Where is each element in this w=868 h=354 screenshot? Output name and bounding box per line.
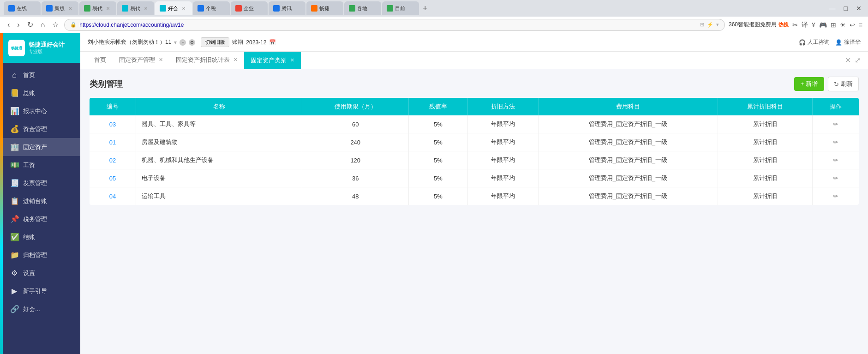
sidebar-item-fund[interactable]: 💰 资金管理 <box>3 120 80 138</box>
header-actions: + 新增 ↻ 刷新 <box>794 77 859 91</box>
tab-close-4[interactable]: ✕ <box>144 6 148 11</box>
tab-depreciation-table[interactable]: 固定资产折旧统计表 ✕ <box>169 52 244 69</box>
tab-home[interactable]: 首页 <box>88 52 113 69</box>
edit-icon-1[interactable]: ✏ <box>833 138 838 146</box>
cell-code-3[interactable]: 05 <box>90 169 136 187</box>
sidebar-item-report[interactable]: 📊 报表中心 <box>3 102 80 120</box>
close-btn[interactable]: ✕ <box>853 4 864 13</box>
grid-icon[interactable]: ⊞ <box>831 21 836 29</box>
back-btn[interactable]: ‹ <box>6 20 12 30</box>
dropdown-user-icon[interactable]: ▾ <box>174 39 177 46</box>
sidebar-item-asset[interactable]: 🏢 固定资产 <box>3 138 80 156</box>
search-area: 360智能抠图免费用 热搜 <box>729 21 789 29</box>
tab-label-new: 新版 <box>54 5 65 12</box>
edit-icon-4[interactable]: ✏ <box>833 192 838 200</box>
cell-method-3: 年限平均 <box>467 169 538 187</box>
browser-tab-7[interactable]: 企业 <box>231 1 268 15</box>
browser-window-controls: — □ ✕ <box>826 4 864 13</box>
tab-asset-mgmt[interactable]: 固定资产管理 ✕ <box>113 52 169 69</box>
menu-icon[interactable]: ≡ <box>859 21 862 29</box>
tab-asset-category[interactable]: 固定资产类别 ✕ <box>244 52 301 69</box>
undo-icon[interactable]: ↩ <box>850 21 855 29</box>
sidebar-item-invoice[interactable]: 🧾 发票管理 <box>3 174 80 192</box>
game-icon[interactable]: 🎮 <box>819 21 827 29</box>
tab-home-label: 首页 <box>94 56 106 64</box>
translate-icon[interactable]: 译 <box>802 21 808 29</box>
tab-close-category[interactable]: ✕ <box>290 57 294 63</box>
user-avatar-area[interactable]: 👤 徐泽华 <box>835 38 861 46</box>
cell-action-4[interactable]: ✏ <box>812 187 859 205</box>
sidebar-item-tax[interactable]: 📌 税务管理 <box>3 210 80 228</box>
sidebar-item-archive[interactable]: 📁 归档管理 <box>3 246 80 264</box>
sidebar-item-home[interactable]: ⌂ 首页 <box>3 66 80 84</box>
edit-icon-2[interactable]: ✏ <box>833 156 838 164</box>
sidebar-item-stockacct[interactable]: 📋 进销台账 <box>3 192 80 210</box>
edit-icon-3[interactable]: ✏ <box>833 174 838 182</box>
table-header-row: 编号 名称 使用期限（月） 残值率 折旧方法 费用科目 累计折旧科目 操作 <box>90 98 859 115</box>
cell-code-1[interactable]: 01 <box>90 133 136 151</box>
add-button[interactable]: + 新增 <box>794 77 824 91</box>
tab-label-5: 好会 <box>168 5 178 12</box>
ledger-icon: 📒 <box>10 89 18 97</box>
browser-tab-new[interactable]: 新版 ✕ <box>42 1 78 15</box>
cell-action-1[interactable]: ✏ <box>812 133 859 151</box>
settings-icon: ⚙ <box>10 269 18 277</box>
calendar-icon[interactable]: 📅 <box>269 39 276 46</box>
cell-code-2[interactable]: 02 <box>90 151 136 169</box>
sidebar-item-ledger[interactable]: 📒 总账 <box>3 84 80 102</box>
cell-action-0[interactable]: ✏ <box>812 115 859 133</box>
tab-label-11: 目前 <box>395 5 405 12</box>
browser-tab-8[interactable]: 腾讯 <box>269 1 305 15</box>
coin-icon[interactable]: ¥ <box>812 21 815 29</box>
col-header-months: 使用期限（月） <box>302 98 409 115</box>
content-area: 类别管理 + 新增 ↻ 刷新 编号 名称 使用期限（月） 残值率 <box>80 69 868 354</box>
scissors-icon[interactable]: ✂ <box>792 21 798 29</box>
tab-label-7: 企业 <box>244 5 254 12</box>
browser-tab-online[interactable]: 在线 <box>4 1 41 15</box>
browser-tab-3[interactable]: 易代 ✕ <box>79 1 116 15</box>
star-btn[interactable]: ☆ <box>50 19 60 30</box>
browser-tab-4[interactable]: 易代 ✕ <box>117 1 154 15</box>
reload-btn[interactable]: ↻ <box>25 19 35 30</box>
sidebar-item-more[interactable]: 🔗 好会... <box>3 300 80 318</box>
tab-close-asset-mgmt[interactable]: ✕ <box>159 57 163 63</box>
sidebar-item-label-checkout: 结账 <box>23 233 35 241</box>
checkout-icon: ✅ <box>10 233 18 241</box>
cell-code-4[interactable]: 04 <box>90 187 136 205</box>
settings-account-icon[interactable]: ⚙ <box>189 39 195 46</box>
forward-btn[interactable]: › <box>15 20 21 30</box>
edit-icon-0[interactable]: ✏ <box>833 120 838 128</box>
top-bar-actions: 🎧 人工咨询 👤 徐泽华 <box>799 38 861 46</box>
refresh-button[interactable]: ↻ 刷新 <box>828 77 859 91</box>
close-panel-icon[interactable]: ✕ <box>845 56 851 65</box>
url-input[interactable]: 🔒 https://cloud.chanjet.com/accounting/u… <box>64 19 725 31</box>
new-tab-btn[interactable]: + <box>420 4 431 13</box>
browser-tab-9[interactable]: 畅捷 <box>306 1 343 15</box>
cell-action-2[interactable]: ✏ <box>812 151 859 169</box>
cell-code-0[interactable]: 03 <box>90 115 136 133</box>
home-nav-btn[interactable]: ⌂ <box>39 20 47 30</box>
sidebar-item-salary[interactable]: 💵 工资 <box>3 156 80 174</box>
sidebar-item-checkout[interactable]: ✅ 结账 <box>3 228 80 246</box>
consultant-label: 人工咨询 <box>808 38 830 46</box>
maximize-btn[interactable]: □ <box>841 4 850 13</box>
minimize-btn[interactable]: — <box>826 4 838 13</box>
browser-tab-11[interactable]: 目前 <box>382 1 419 15</box>
switch-version-btn[interactable]: 切到旧版 <box>201 37 229 47</box>
toolbar-icons: ✂ 译 ¥ 🎮 ⊞ ☀ ↩ ≡ <box>792 21 862 29</box>
consultant-link[interactable]: 🎧 人工咨询 <box>799 38 830 46</box>
tab-close-depreciation[interactable]: ✕ <box>233 57 238 63</box>
sidebar-item-settings[interactable]: ⚙ 设置 <box>3 264 80 282</box>
tab-close-new[interactable]: ✕ <box>68 6 72 11</box>
tab-close-5[interactable]: ✕ <box>182 6 186 11</box>
add-account-icon[interactable]: + <box>180 39 186 46</box>
sidebar-item-guide[interactable]: ▶ 新手引导 <box>3 282 80 300</box>
browser-tab-6[interactable]: 个税 <box>193 1 230 15</box>
tab-close-3[interactable]: ✕ <box>106 6 110 11</box>
cell-action-3[interactable]: ✏ <box>812 169 859 187</box>
browser-tab-10[interactable]: 各地 <box>344 1 381 15</box>
browser-tab-5[interactable]: 好会 ✕ <box>155 1 192 15</box>
cell-expense-0: 管理费用_固定资产折旧_一级 <box>538 115 718 133</box>
maximize-panel-icon[interactable]: ⤢ <box>855 56 861 65</box>
sun-icon[interactable]: ☀ <box>840 21 846 29</box>
